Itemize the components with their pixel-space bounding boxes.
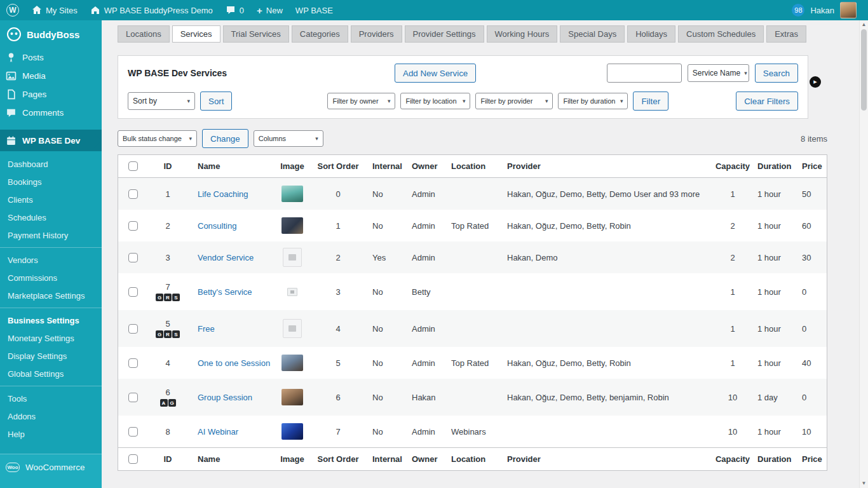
column-header-id[interactable]: ID bbox=[150, 159, 188, 173]
search-button[interactable]: Search bbox=[755, 64, 798, 83]
row-checkbox[interactable] bbox=[128, 221, 138, 231]
service-name-link[interactable]: Life Coaching bbox=[198, 189, 248, 199]
service-name-link[interactable]: Vendor Service bbox=[198, 253, 254, 262]
sidebar-item-label: WP BASE Dev bbox=[22, 136, 80, 146]
tab-trial-services[interactable]: Trial Services bbox=[223, 25, 289, 43]
scroll-up-icon[interactable]: ▲ bbox=[860, 22, 868, 27]
tab-providers[interactable]: Providers bbox=[351, 25, 402, 43]
owner-value: Admin bbox=[405, 356, 445, 370]
sidebar-item-media[interactable]: Media bbox=[0, 67, 102, 85]
sidebar-item-schedules[interactable]: Schedules bbox=[0, 208, 102, 226]
search-input[interactable] bbox=[607, 64, 682, 83]
wp-base-menu[interactable]: WP BASE bbox=[289, 0, 339, 20]
bulk-status-select[interactable]: Bulk status change ▾ bbox=[118, 130, 197, 147]
scroll-down-icon[interactable]: ▼ bbox=[860, 480, 868, 486]
tab-custom-schedules[interactable]: Custom Schedules bbox=[678, 25, 764, 43]
my-sites-menu[interactable]: My Sites bbox=[25, 0, 84, 20]
sidebar-item-global-settings[interactable]: Global Settings bbox=[0, 365, 102, 383]
sidebar-item-payment-history[interactable]: Payment History bbox=[0, 226, 102, 244]
search-field-select[interactable]: Service Name ▾ bbox=[688, 64, 749, 82]
clear-filters-button[interactable]: Clear Filters bbox=[736, 92, 798, 111]
service-thumbnail-placeholder[interactable] bbox=[283, 248, 302, 267]
service-thumbnail[interactable] bbox=[281, 355, 303, 371]
filter-button[interactable]: Filter bbox=[633, 92, 668, 111]
sidebar-item-business-settings[interactable]: Business Settings bbox=[0, 311, 102, 329]
service-thumbnail[interactable] bbox=[281, 186, 303, 202]
sidebar-item-marketplace-settings[interactable]: Marketplace Settings bbox=[0, 287, 102, 304]
sidebar-item-monetary-settings[interactable]: Monetary Settings bbox=[0, 329, 102, 347]
tab-categories[interactable]: Categories bbox=[292, 25, 348, 43]
scrollbar[interactable]: ▲ ▼ bbox=[859, 20, 868, 488]
tab-special-days[interactable]: Special Days bbox=[560, 25, 625, 43]
price-value: 40 bbox=[802, 356, 827, 370]
sidebar-item-addons[interactable]: Addons bbox=[0, 407, 102, 425]
service-name-link[interactable]: Free bbox=[198, 324, 215, 334]
service-thumbnail-missing[interactable] bbox=[287, 288, 297, 296]
row-checkbox[interactable] bbox=[128, 189, 138, 199]
filter-owner-select[interactable]: Filter by owner ▾ bbox=[327, 93, 395, 109]
tab-services[interactable]: Services bbox=[172, 25, 220, 43]
service-name-link[interactable]: One to one Session bbox=[198, 358, 270, 368]
select-all-checkbox[interactable] bbox=[128, 454, 138, 464]
service-name-link[interactable]: AI Webinar bbox=[198, 427, 238, 437]
buddyboss-brand[interactable]: BuddyBoss bbox=[0, 20, 102, 48]
row-checkbox[interactable] bbox=[128, 324, 138, 334]
column-header-sort-order[interactable]: Sort Order bbox=[313, 159, 366, 173]
tab-working-hours[interactable]: Working Hours bbox=[487, 25, 558, 43]
scrollbar-thumb[interactable] bbox=[861, 29, 867, 111]
change-button[interactable]: Change bbox=[202, 129, 248, 148]
sidebar-item-pages[interactable]: Pages bbox=[0, 85, 102, 104]
tab-holidays[interactable]: Holidays bbox=[627, 25, 675, 43]
sidebar-item-clients[interactable]: Clients bbox=[0, 191, 102, 208]
notification-badge[interactable]: 98 bbox=[792, 4, 804, 17]
service-badge: S bbox=[172, 294, 180, 301]
sidebar-item-display-settings[interactable]: Display Settings bbox=[0, 347, 102, 365]
row-checkbox[interactable] bbox=[128, 358, 138, 368]
sidebar-item-posts[interactable]: Posts bbox=[0, 48, 102, 67]
sidebar-item-tools[interactable]: Tools bbox=[0, 390, 102, 407]
service-name-link[interactable]: Group Session bbox=[198, 393, 252, 402]
tab-extras[interactable]: Extras bbox=[766, 25, 806, 43]
provider-value: Hakan, Oğuz, Demo, Betty, Demo User and … bbox=[501, 187, 712, 201]
sidebar-item-bookings[interactable]: Bookings bbox=[0, 173, 102, 191]
tab-locations[interactable]: Locations bbox=[118, 25, 170, 43]
site-name-menu[interactable]: WP BASE BuddyPress Demo bbox=[84, 0, 219, 20]
comments-menu[interactable]: 0 bbox=[219, 0, 250, 20]
column-header-name[interactable]: Name bbox=[188, 159, 275, 173]
sidebar-item-woocommerce[interactable]: Woo WooCommerce bbox=[0, 458, 102, 477]
row-checkbox[interactable] bbox=[128, 427, 138, 437]
filter-duration-select[interactable]: Filter by duration ▾ bbox=[558, 93, 628, 109]
service-thumbnail-placeholder[interactable] bbox=[283, 319, 302, 338]
sidebar-item-wp-base-dev[interactable]: WP BASE Dev bbox=[0, 130, 102, 151]
wp-base-label: WP BASE bbox=[295, 6, 333, 15]
wordpress-menu[interactable]: W bbox=[0, 0, 25, 20]
add-new-service-button[interactable]: Add New Service bbox=[395, 64, 476, 83]
service-thumbnail[interactable] bbox=[281, 423, 303, 440]
row-checkbox[interactable] bbox=[128, 393, 138, 402]
sidebar-item-help[interactable]: Help bbox=[0, 425, 102, 443]
row-checkbox[interactable] bbox=[128, 253, 138, 262]
columns-select[interactable]: Columns ▾ bbox=[254, 130, 323, 147]
sidebar-item-dashboard[interactable]: Dashboard bbox=[0, 155, 102, 173]
tab-provider-settings[interactable]: Provider Settings bbox=[405, 25, 484, 43]
user-name[interactable]: Hakan bbox=[810, 6, 834, 15]
column-footer-id[interactable]: ID bbox=[150, 452, 188, 466]
filter-location-select[interactable]: Filter by location ▾ bbox=[400, 93, 470, 109]
service-name-link[interactable]: Betty's Service bbox=[198, 287, 252, 297]
sidebar-item-comments[interactable]: Comments bbox=[0, 104, 102, 122]
new-content-menu[interactable]: + New bbox=[250, 0, 289, 20]
row-checkbox[interactable] bbox=[128, 287, 138, 297]
column-footer-name[interactable]: Name bbox=[188, 452, 275, 466]
service-thumbnail[interactable] bbox=[281, 389, 303, 405]
filter-provider-select[interactable]: Filter by provider ▾ bbox=[475, 93, 553, 109]
select-all-checkbox[interactable] bbox=[128, 161, 138, 171]
service-thumbnail[interactable] bbox=[281, 217, 303, 234]
sort-button[interactable]: Sort bbox=[200, 92, 232, 111]
help-video-button[interactable]: ▶ bbox=[810, 76, 821, 88]
sidebar-item-commissions[interactable]: Commissions bbox=[0, 269, 102, 287]
sort-by-select[interactable]: Sort by ▾ bbox=[128, 92, 195, 110]
user-avatar[interactable] bbox=[840, 2, 857, 18]
sidebar-item-vendors[interactable]: Vendors bbox=[0, 251, 102, 269]
service-name-link[interactable]: Consulting bbox=[198, 221, 236, 231]
column-footer-sort-order[interactable]: Sort Order bbox=[313, 452, 366, 466]
